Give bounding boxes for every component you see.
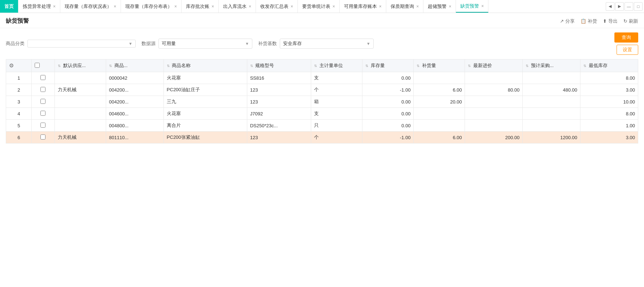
tab-stock-status[interactable]: 现存量（库存状况表） × bbox=[60, 0, 121, 13]
tab-inout-close[interactable]: × bbox=[249, 4, 251, 9]
cell-spec-3: J7092 bbox=[247, 108, 311, 120]
filter-replenish-group: 补货基数 安全库存 ▼ bbox=[258, 39, 374, 49]
cell-buy-2 bbox=[523, 96, 580, 108]
replenish-value: 安全库存 bbox=[283, 40, 302, 47]
tab-nav-buttons: ◀ ▶ — □ bbox=[604, 2, 644, 11]
col-header-stock[interactable]: ⇅ 库存量 bbox=[362, 59, 414, 72]
row-checkbox-5[interactable] bbox=[40, 134, 45, 140]
export-action[interactable]: ⬆ 导出 bbox=[603, 18, 618, 25]
cell-check-3[interactable] bbox=[32, 108, 55, 120]
cell-supplier-5: 力天机械 bbox=[55, 132, 106, 144]
replenish-action[interactable]: 📋 补货 bbox=[580, 18, 597, 25]
col-header-replenish[interactable]: ⇅ 补货量 bbox=[414, 59, 465, 72]
cell-code-3: 004600... bbox=[106, 108, 164, 120]
cell-buy-4 bbox=[523, 120, 580, 132]
col-header-unit[interactable]: ⇅ 主计量单位 bbox=[311, 59, 362, 72]
tab-available-close[interactable]: × bbox=[379, 4, 382, 9]
replenish-select[interactable]: 安全库存 ▼ bbox=[280, 39, 374, 49]
col-header-supplier[interactable]: ⇅ 默认供应... bbox=[55, 59, 106, 72]
tab-maximize-btn[interactable]: □ bbox=[634, 2, 643, 11]
cell-check-5[interactable] bbox=[32, 132, 55, 144]
row-checkbox-0[interactable] bbox=[40, 75, 45, 80]
datasource-select[interactable]: 可用量 ▼ bbox=[158, 39, 252, 49]
datasource-label: 数据源 bbox=[142, 40, 156, 47]
tab-overstock-close[interactable]: × bbox=[449, 4, 451, 9]
filter-area: 商品分类 ▼ 数据源 可用量 ▼ 补货基数 安全库存 ▼ 查询 设置 bbox=[0, 28, 644, 59]
cell-code-0: 0000042 bbox=[106, 72, 164, 84]
export-icon: ⬆ bbox=[603, 18, 607, 24]
tab-next-btn[interactable]: ▶ bbox=[615, 2, 624, 11]
col-header-buy[interactable]: ⇅ 预计采购... bbox=[523, 59, 580, 72]
cell-no-2: 3 bbox=[6, 96, 32, 108]
tab-shortage[interactable]: 缺货预警 × bbox=[456, 0, 488, 13]
tab-receive[interactable]: 收发存汇总表 × bbox=[256, 0, 298, 13]
cell-stock-5: -1.00 bbox=[362, 132, 414, 144]
tab-shortage-close[interactable]: × bbox=[481, 4, 484, 8]
tab-defective-close[interactable]: × bbox=[53, 4, 56, 9]
share-action[interactable]: ↗ 分享 bbox=[560, 18, 575, 25]
query-button[interactable]: 查询 bbox=[614, 32, 638, 43]
cell-unit-4: 只 bbox=[311, 120, 362, 132]
tab-expiry-close[interactable]: × bbox=[416, 4, 419, 9]
tab-batch[interactable]: 库存批次账 × bbox=[182, 0, 219, 13]
cell-check-0[interactable] bbox=[32, 72, 55, 84]
tab-overstock[interactable]: 超储预警 × bbox=[423, 0, 456, 13]
tab-stock-dist-close[interactable]: × bbox=[174, 4, 177, 9]
cell-min-4: 1.00 bbox=[580, 120, 638, 132]
cell-price-2 bbox=[465, 96, 523, 108]
tab-receive-close[interactable]: × bbox=[291, 4, 293, 9]
cell-stock-4: 0.00 bbox=[362, 120, 414, 132]
tab-demand-close[interactable]: × bbox=[332, 4, 335, 9]
cell-price-1: 80.00 bbox=[465, 84, 523, 96]
row-checkbox-2[interactable] bbox=[40, 99, 45, 104]
settings-button[interactable]: 设置 bbox=[617, 45, 638, 55]
tab-prev-btn[interactable]: ◀ bbox=[606, 2, 614, 11]
filter-datasource-group: 数据源 可用量 ▼ bbox=[142, 39, 252, 49]
refresh-action[interactable]: ↻ 刷新 bbox=[623, 18, 638, 25]
select-all-checkbox[interactable] bbox=[35, 63, 40, 68]
tab-demand-label: 要货单统计表 bbox=[302, 3, 330, 10]
col-header-price[interactable]: ⇅ 最新进价 bbox=[465, 59, 523, 72]
cell-spec-5: 123 bbox=[247, 132, 311, 144]
tab-stock-status-close[interactable]: × bbox=[114, 4, 116, 9]
cell-spec-0: SS816 bbox=[247, 72, 311, 84]
cell-stock-2: 0.00 bbox=[362, 96, 414, 108]
cell-price-0 bbox=[465, 72, 523, 84]
supplier-sort-icon: ⇅ bbox=[58, 64, 61, 68]
settings-gear-icon[interactable]: ⚙ bbox=[9, 62, 14, 69]
tab-available[interactable]: 可用量库存账本 × bbox=[340, 0, 386, 13]
cell-check-1[interactable] bbox=[32, 84, 55, 96]
cell-stock-3: 0.00 bbox=[362, 108, 414, 120]
code-sort-icon: ⇅ bbox=[109, 64, 112, 68]
cell-unit-3: 支 bbox=[311, 108, 362, 120]
tab-stock-dist[interactable]: 现存量（库存分布表） × bbox=[121, 0, 182, 13]
row-checkbox-4[interactable] bbox=[40, 123, 45, 128]
cell-unit-1: 个 bbox=[311, 84, 362, 96]
cell-no-3: 4 bbox=[6, 108, 32, 120]
cell-check-4[interactable] bbox=[32, 120, 55, 132]
tab-stock-dist-label: 现存量（库存分布表） bbox=[125, 3, 172, 10]
cell-replenish-3 bbox=[414, 108, 465, 120]
row-checkbox-1[interactable] bbox=[40, 87, 45, 92]
cell-unit-0: 支 bbox=[311, 72, 362, 84]
cell-check-2[interactable] bbox=[32, 96, 55, 108]
tab-home[interactable]: 首页 bbox=[0, 0, 18, 13]
category-select[interactable]: ▼ bbox=[27, 40, 136, 48]
cell-min-2: 10.00 bbox=[580, 96, 638, 108]
col-price-label: 最新进价 bbox=[473, 63, 492, 68]
tab-batch-close[interactable]: × bbox=[212, 4, 214, 9]
tab-defective[interactable]: 拣货异常处理 × bbox=[18, 0, 60, 13]
tab-minimize-btn[interactable]: — bbox=[625, 2, 633, 11]
row-checkbox-3[interactable] bbox=[40, 111, 45, 116]
table-row: 5 004800... 离合片 DS250*23c... 只 0.00 1.00 bbox=[6, 120, 638, 132]
tab-inout[interactable]: 出入库流水 × bbox=[219, 0, 256, 13]
col-header-name[interactable]: ⇅ 商品名称 bbox=[164, 59, 247, 72]
cell-spec-1: 123 bbox=[247, 84, 311, 96]
cell-replenish-0 bbox=[414, 72, 465, 84]
tab-bar: 首页 拣货异常处理 × 现存量（库存状况表） × 现存量（库存分布表） × 库存… bbox=[0, 0, 644, 13]
col-header-min[interactable]: ⇅ 最低库存 bbox=[580, 59, 638, 72]
col-header-spec[interactable]: ⇅ 规格型号 bbox=[247, 59, 311, 72]
col-header-code[interactable]: ⇅ 商品... bbox=[106, 59, 164, 72]
tab-demand[interactable]: 要货单统计表 × bbox=[298, 0, 340, 13]
tab-expiry[interactable]: 保质期查询 × bbox=[386, 0, 423, 13]
